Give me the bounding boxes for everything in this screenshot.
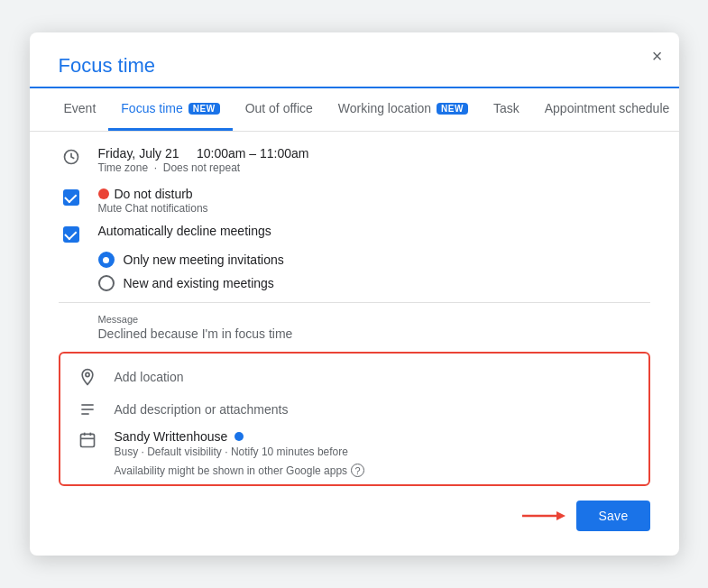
dnd-checkbox[interactable] bbox=[63, 189, 79, 206]
close-button[interactable]: × bbox=[648, 43, 667, 69]
highlighted-section: Add location Add description or attachme… bbox=[59, 352, 650, 486]
radio-only-new-indicator bbox=[98, 252, 115, 268]
calendar-icon bbox=[75, 431, 100, 449]
radio-only-new[interactable]: Only new meeting invitations bbox=[98, 252, 650, 268]
divider bbox=[59, 302, 650, 303]
description-icon bbox=[75, 400, 100, 418]
dialog-title: Focus time bbox=[30, 32, 679, 88]
calendar-row: Sandy Writtenhouse Busy · Default visibi… bbox=[60, 426, 648, 477]
svg-point-1 bbox=[85, 372, 88, 376]
message-section: Message Declined because I'm in focus ti… bbox=[59, 314, 650, 341]
dnd-sub: Mute Chat notifications bbox=[98, 202, 650, 215]
dnd-dot bbox=[98, 188, 109, 199]
message-value: Declined because I'm in focus time bbox=[98, 326, 650, 341]
radio-group: Only new meeting invitations New and exi… bbox=[98, 252, 650, 291]
auto-decline-row: Automatically decline meetings bbox=[59, 224, 650, 243]
datetime-value[interactable]: Friday, July 21 10:00am – 11:00am bbox=[98, 146, 650, 161]
calendar-name: Sandy Writtenhouse bbox=[115, 429, 228, 444]
footer: Save bbox=[30, 486, 679, 531]
dialog: × Focus time Event Focus time NEW Out of… bbox=[30, 32, 679, 556]
arrow-hint bbox=[522, 507, 565, 525]
help-icon[interactable]: ? bbox=[351, 464, 364, 477]
focus-time-badge: NEW bbox=[188, 103, 220, 115]
tabs-bar: Event Focus time NEW Out of office Worki… bbox=[30, 88, 679, 132]
main-content: Friday, July 21 10:00am – 11:00am Time z… bbox=[30, 132, 679, 486]
datetime-sub: Time zone · Does not repeat bbox=[98, 161, 650, 174]
tab-working-location[interactable]: Working location NEW bbox=[326, 88, 481, 131]
radio-new-existing[interactable]: New and existing meetings bbox=[98, 275, 650, 291]
save-button[interactable]: Save bbox=[576, 501, 649, 531]
location-icon bbox=[75, 368, 100, 386]
location-row[interactable]: Add location bbox=[60, 361, 648, 393]
calendar-sub: Busy · Default visibility · Notify 10 mi… bbox=[115, 446, 634, 458]
tab-task[interactable]: Task bbox=[481, 88, 532, 131]
auto-decline-checkbox[interactable] bbox=[63, 226, 79, 243]
description-placeholder: Add description or attachments bbox=[115, 402, 289, 417]
datetime-row: Friday, July 21 10:00am – 11:00am Time z… bbox=[59, 146, 650, 174]
svg-rect-5 bbox=[80, 434, 94, 446]
tab-out-of-office[interactable]: Out of office bbox=[233, 88, 326, 131]
clock-icon bbox=[59, 148, 84, 166]
tab-focus-time[interactable]: Focus time NEW bbox=[108, 88, 232, 131]
location-placeholder: Add location bbox=[115, 370, 184, 384]
dnd-row: Do not disturb Mute Chat notifications bbox=[59, 187, 650, 215]
radio-new-existing-indicator bbox=[98, 275, 115, 291]
description-row[interactable]: Add description or attachments bbox=[60, 393, 648, 426]
calendar-color-dot bbox=[234, 432, 244, 441]
working-location-badge: NEW bbox=[437, 103, 468, 115]
dnd-label: Do not disturb bbox=[98, 187, 650, 201]
tab-event[interactable]: Event bbox=[51, 88, 109, 131]
auto-decline-label: Automatically decline meetings bbox=[98, 224, 650, 238]
svg-marker-10 bbox=[556, 511, 565, 520]
calendar-availability: Availability might be shown in other Goo… bbox=[115, 464, 634, 477]
tab-appointment-schedule[interactable]: Appointment schedule bbox=[532, 88, 683, 131]
